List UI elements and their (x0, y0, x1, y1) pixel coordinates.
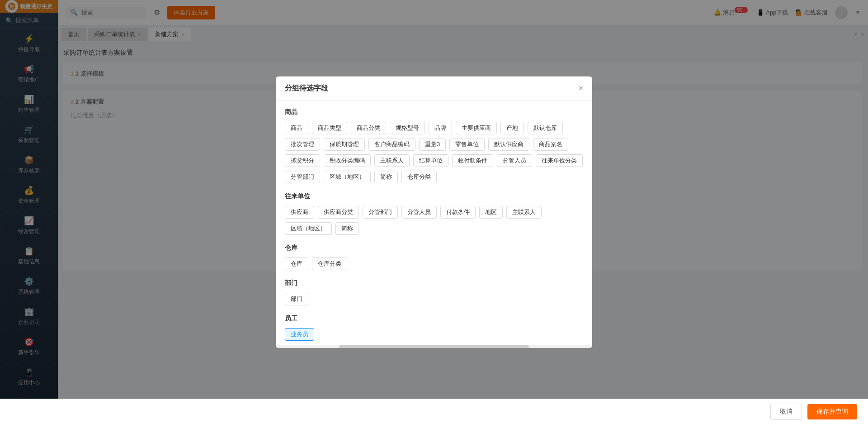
field-manager2[interactable]: 分管人员 (401, 206, 437, 219)
section-goods: 商品 商品 商品类型 商品分类 规格型号 品牌 主要供应商 产地 默认仓库 批次… (285, 108, 583, 183)
section-department: 部门 部门 (285, 279, 583, 305)
field-customer-code[interactable]: 客户商品编码 (368, 138, 415, 151)
employee-field-grid: 业务员 (285, 328, 583, 341)
field-goods-category[interactable]: 商品分类 (351, 122, 386, 134)
field-main-contact2[interactable]: 主联系人 (506, 206, 542, 219)
section-warehouse-title: 仓库 (285, 244, 583, 252)
horizontal-scroll-thumb (339, 345, 529, 348)
section-partner-title: 往来单位 (285, 192, 583, 200)
field-quality-mgmt[interactable]: 保质期管理 (324, 138, 365, 151)
modal-horizontal-scrollbar[interactable] (276, 345, 592, 348)
field-origin[interactable]: 产地 (500, 122, 524, 134)
field-region[interactable]: 区域（地区） (324, 171, 371, 183)
field-pay-terms[interactable]: 收付款条件 (452, 154, 493, 167)
field-default-supplier[interactable]: 默认供应商 (488, 138, 529, 151)
field-supplier[interactable]: 供应商 (285, 206, 314, 219)
partner-field-grid: 供应商 供应商分类 分管部门 分管人员 付款条件 地区 主联系人 区域（地区） … (285, 206, 583, 235)
field-retail-unit[interactable]: 零售单位 (449, 138, 485, 151)
section-warehouse: 仓库 仓库 仓库分类 (285, 244, 583, 270)
field-settle-unit[interactable]: 结算单位 (413, 154, 448, 167)
field-brand[interactable]: 品牌 (429, 122, 452, 134)
modal-action-bar: 取消 保存并查询 (0, 399, 868, 424)
field-region-area[interactable]: 区域（地区） (285, 222, 332, 235)
field-warehouse-category[interactable]: 仓库分类 (401, 171, 437, 183)
field-warehouse[interactable]: 仓库 (285, 257, 308, 270)
field-short-name[interactable]: 简称 (374, 171, 398, 183)
section-department-title: 部门 (285, 279, 583, 287)
field-manager[interactable]: 分管人员 (497, 154, 532, 167)
section-employee: 员工 业务员 (285, 314, 583, 341)
field-goods-alias[interactable]: 商品别名 (533, 138, 568, 151)
field-spec-type[interactable]: 规格型号 (390, 122, 425, 134)
cancel-button[interactable]: 取消 (770, 404, 802, 420)
field-pickup-points[interactable]: 拣货积分 (285, 154, 320, 167)
field-pay-condition[interactable]: 付款条件 (440, 206, 476, 219)
field-goods-type[interactable]: 商品类型 (312, 122, 347, 134)
modal-body[interactable]: 商品 商品 商品类型 商品分类 规格型号 品牌 主要供应商 产地 默认仓库 批次… (276, 101, 592, 345)
modal-close-button[interactable]: × (578, 84, 583, 92)
field-region2[interactable]: 地区 (479, 206, 503, 219)
field-main-contact[interactable]: 主联系人 (374, 154, 410, 167)
field-weight3[interactable]: 重量3 (419, 138, 446, 151)
field-tax-code[interactable]: 税收分类编码 (324, 154, 371, 167)
field-batch-mgmt[interactable]: 批次管理 (285, 138, 320, 151)
modal-field-select: 分组待选字段 × 商品 商品 商品类型 商品分类 规格型号 品牌 主要供应商 产… (276, 76, 592, 348)
field-salesperson[interactable]: 业务员 (285, 328, 314, 341)
section-employee-title: 员工 (285, 314, 583, 323)
field-warehouse-type[interactable]: 仓库分类 (312, 257, 347, 270)
field-dept3[interactable]: 部门 (285, 293, 308, 305)
dept-field-grid: 部门 (285, 293, 583, 305)
field-dept[interactable]: 分管部门 (285, 171, 320, 183)
field-from-unit-category[interactable]: 往来单位分类 (536, 154, 583, 167)
field-supplier-category[interactable]: 供应商分类 (318, 206, 359, 219)
warehouse-field-grid: 仓库 仓库分类 (285, 257, 583, 270)
goods-field-grid: 商品 商品类型 商品分类 规格型号 品牌 主要供应商 产地 默认仓库 批次管理 … (285, 122, 583, 183)
section-partner: 往来单位 供应商 供应商分类 分管部门 分管人员 付款条件 地区 主联系人 区域… (285, 192, 583, 235)
field-dept2[interactable]: 分管部门 (363, 206, 398, 219)
modal-header: 分组待选字段 × (276, 76, 592, 101)
save-button[interactable]: 保存并查询 (807, 404, 857, 419)
field-short-name2[interactable]: 简称 (335, 222, 359, 235)
field-default-warehouse[interactable]: 默认仓库 (528, 122, 563, 134)
modal-title: 分组待选字段 (285, 84, 328, 93)
field-goods[interactable]: 商品 (285, 122, 308, 134)
field-main-supplier[interactable]: 主要供应商 (456, 122, 497, 134)
section-goods-title: 商品 (285, 108, 583, 116)
